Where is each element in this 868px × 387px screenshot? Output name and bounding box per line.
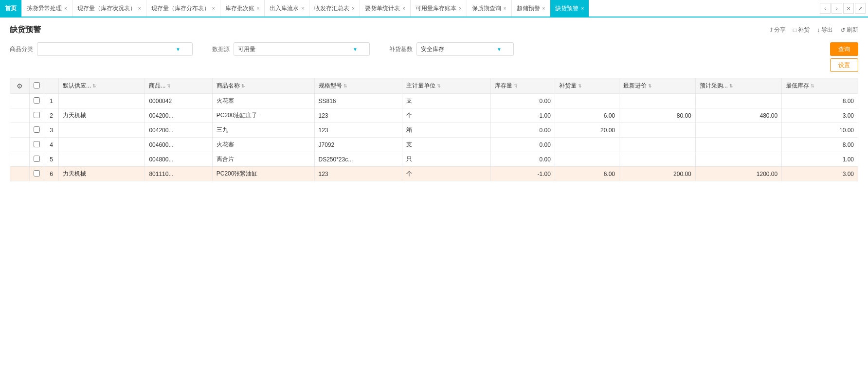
nav-tab-in-out-flow[interactable]: 出入库流水 × [265, 0, 309, 17]
close-icon[interactable]: × [504, 6, 506, 11]
row-num-cell: 5 [44, 152, 59, 167]
main-content: 缺货预警 ⤴ 分享 □ 补货 ↓ 导出 ↺ 刷新 商品分类 [0, 18, 868, 387]
row-latest-price-cell [619, 94, 695, 108]
close-icon[interactable]: × [138, 6, 141, 11]
top-nav: 首页 拣货异常处理 × 现存量（库存状况表） × 现存量（库存分布表） × 库存… [0, 0, 868, 18]
row-gear-cell [10, 108, 30, 123]
settings-gear-icon[interactable]: ⚙ [17, 82, 23, 90]
row-replenish-qty-cell [555, 152, 619, 167]
row-min-inventory-cell: 8.00 [782, 138, 858, 152]
nav-tab-overstock-warning[interactable]: 超储预警 × [512, 0, 551, 17]
row-latest-price-cell [619, 138, 695, 152]
nav-tab-batch-account[interactable]: 库存批次账 × [220, 0, 265, 17]
row-latest-price-cell [619, 123, 695, 138]
close-icon[interactable]: × [352, 6, 355, 11]
row-product-name-cell: 火花塞 [212, 138, 314, 152]
nav-prev-button[interactable]: ‹ [820, 3, 831, 14]
query-button[interactable]: 查询 [830, 42, 858, 56]
refresh-label: 刷新 [847, 26, 858, 34]
nav-tab-label: 出入库流水 [270, 4, 299, 13]
table-row: 4 004600... 火花塞 J7092 支 0.00 8.00 [10, 138, 858, 152]
row-unit-cell: 支 [402, 94, 491, 108]
row-product-name-cell: PC200张紧油缸 [212, 167, 314, 181]
nav-tab-defect-process[interactable]: 拣货异常处理 × [22, 0, 72, 17]
row-checkbox[interactable] [34, 156, 40, 162]
filter-actions: 查询 设置 [830, 42, 858, 72]
replenish-base-filter-group: 补货基数 安全库存 ▼ [389, 42, 514, 56]
select-all-checkbox[interactable] [34, 82, 40, 88]
chevron-down-icon: ▼ [497, 47, 502, 52]
nav-tab-shortage-warning[interactable]: 缺货预警 × [550, 0, 589, 17]
row-product-name-cell: PC200油缸庄子 [212, 108, 314, 123]
nav-tab-expiry-query[interactable]: 保质期查询 × [467, 0, 512, 17]
nav-next-button[interactable]: › [832, 3, 842, 14]
row-product-name-cell: 火花塞 [212, 94, 314, 108]
close-icon[interactable]: × [212, 6, 215, 11]
close-icon[interactable]: × [257, 6, 260, 11]
row-check-cell [30, 138, 44, 152]
export-button[interactable]: ↓ 导出 [817, 26, 833, 34]
close-icon[interactable]: × [402, 6, 405, 11]
row-checkbox[interactable] [34, 141, 40, 147]
export-icon: ↓ [817, 27, 820, 34]
close-icon[interactable]: × [301, 6, 304, 11]
row-latest-price-cell: 200.00 [619, 167, 695, 181]
row-checkbox[interactable] [34, 112, 40, 118]
table-row: 3 004200... 三九 123 箱 0.00 20.00 10.00 [10, 123, 858, 138]
nav-tab-inventory-dist[interactable]: 现存量（库存分布表） × [146, 0, 220, 17]
nav-tab-inventory-status[interactable]: 现存量（库存状况表） × [72, 0, 146, 17]
share-button[interactable]: ⤴ 分享 [770, 26, 786, 34]
row-min-inventory-cell: 3.00 [782, 167, 858, 181]
table-row: 6 力天机械 801110... PC200张紧油缸 123 个 -1.00 6… [10, 167, 858, 181]
refresh-button[interactable]: ↺ 刷新 [840, 26, 858, 34]
row-latest-price-cell [619, 152, 695, 167]
datasource-filter-group: 数据源 可用量 ▼ [212, 42, 370, 56]
row-unit-cell: 个 [402, 167, 491, 181]
row-checkbox[interactable] [34, 126, 40, 133]
row-replenish-qty-cell: 6.00 [555, 108, 619, 123]
close-icon[interactable]: × [459, 6, 462, 11]
datasource-select[interactable]: 可用量 ▼ [234, 42, 370, 56]
row-supplier-cell [59, 94, 145, 108]
row-checkbox[interactable] [34, 97, 40, 104]
replenish-icon: □ [793, 27, 796, 34]
nav-tab-available-ledger[interactable]: 可用量库存账本 × [411, 0, 467, 17]
row-product-name-cell: 三九 [212, 123, 314, 138]
replenish-button[interactable]: □ 补货 [793, 26, 810, 34]
row-check-cell [30, 167, 44, 181]
row-checkbox[interactable] [34, 170, 40, 176]
sort-icon: ⇅ [811, 84, 814, 88]
datasource-value: 可用量 [238, 45, 255, 53]
nav-close-button[interactable]: ✕ [843, 3, 854, 14]
row-gear-cell [10, 167, 30, 181]
sort-icon: ⇅ [344, 84, 347, 88]
nav-tab-label: 库存批次账 [225, 4, 254, 13]
row-check-cell [30, 152, 44, 167]
settings-button[interactable]: 设置 [830, 58, 858, 72]
replenish-base-select[interactable]: 安全库存 ▼ [416, 42, 514, 56]
close-icon[interactable]: × [64, 6, 67, 11]
row-est-purchase-cell [695, 123, 781, 138]
datasource-label: 数据源 [212, 45, 230, 53]
row-est-purchase-cell [695, 152, 781, 167]
sort-icon: ⇅ [241, 84, 245, 88]
row-unit-cell: 个 [402, 108, 491, 123]
sort-icon: ⇅ [578, 84, 582, 88]
row-spec-cell: 123 [314, 167, 402, 181]
nav-tab-receipt-summary[interactable]: 收发存汇总表 × [309, 0, 360, 17]
category-select[interactable]: ▼ [37, 42, 193, 56]
nav-expand-button[interactable]: ⤢ [855, 3, 866, 14]
close-icon[interactable]: × [542, 6, 545, 11]
nav-tab-label: 超储预警 [517, 4, 540, 13]
row-unit-cell: 箱 [402, 123, 491, 138]
th-check [30, 78, 44, 94]
nav-tab-home[interactable]: 首页 [0, 0, 22, 17]
th-unit: 主计量单位 ⇅ [402, 78, 491, 94]
row-inventory-cell: -1.00 [490, 108, 555, 123]
row-gear-cell [10, 138, 30, 152]
th-latest-price: 最新进价 ⇅ [619, 78, 695, 94]
th-est-purchase: 预计采购... ⇅ [695, 78, 781, 94]
row-est-purchase-cell: 480.00 [695, 108, 781, 123]
nav-tab-order-stats[interactable]: 要货单统计表 × [360, 0, 411, 17]
close-icon[interactable]: × [581, 6, 584, 11]
